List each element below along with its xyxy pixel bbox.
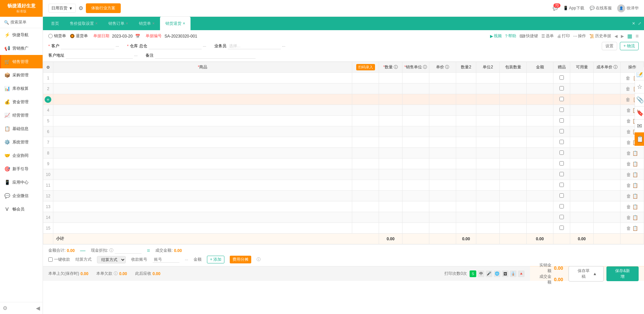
online-service[interactable]: 💬 在线客服 — [590, 5, 612, 11]
copy-row-btn[interactable]: 📋 — [632, 150, 639, 156]
scan-btn[interactable]: 扫码录入 — [356, 64, 375, 70]
next-icon[interactable]: ▶ — [621, 34, 624, 39]
delete-row-btn[interactable]: 🗑 — [625, 96, 631, 103]
product-cell-active[interactable] — [53, 94, 352, 105]
gift-checkbox[interactable] — [559, 226, 564, 230]
collapse-icon[interactable]: ◀ — [36, 305, 40, 311]
unit2-cell[interactable] — [476, 73, 500, 83]
gift-checkbox[interactable] — [559, 193, 564, 198]
sale-type-radio[interactable]: 销货单 — [48, 33, 66, 39]
copy-row-btn[interactable]: 📋 — [632, 171, 639, 178]
delete-row-btn[interactable]: 🗑 — [626, 107, 632, 114]
status-icon-5[interactable]: 🖼 — [502, 270, 508, 277]
select-order-btn[interactable]: ☰ 选单 — [541, 33, 554, 39]
qty-cell[interactable] — [379, 83, 402, 94]
copy-row-btn[interactable]: 📋 — [632, 193, 639, 199]
add-logistics-btn[interactable]: + 物流 — [620, 42, 639, 50]
delete-row-btn[interactable]: 🗑 — [626, 203, 632, 210]
tab-sale-price[interactable]: 售价提取设置 × — [64, 17, 103, 30]
print-btn[interactable]: 🖨 打印 — [557, 33, 570, 39]
packqty-cell[interactable] — [500, 94, 527, 105]
price-cell[interactable] — [429, 73, 456, 83]
amount-cell[interactable] — [527, 73, 553, 83]
status-icon-4[interactable]: 🌐 — [494, 270, 500, 277]
settings-bottom-icon[interactable]: ⚙ — [3, 305, 7, 311]
settings-btn[interactable]: 设置 — [602, 42, 617, 50]
calendar-icon[interactable]: 📅 — [135, 34, 140, 39]
unit-cell[interactable] — [402, 83, 429, 94]
status-icon-1[interactable]: S — [470, 270, 476, 277]
qty-cell[interactable] — [379, 94, 402, 105]
delete-row-btn[interactable]: 🗑 — [626, 161, 632, 167]
minus-icon[interactable]: — — [80, 248, 86, 254]
tab-home[interactable]: 首页 — [46, 17, 64, 30]
packqty-cell[interactable] — [500, 73, 527, 83]
copy-row-btn[interactable]: 📋 — [632, 203, 639, 210]
delete-row-btn[interactable]: 🗑 — [626, 182, 632, 189]
col-settings[interactable]: ⚙ — [43, 62, 53, 73]
one-click-pay-check[interactable]: 一键收款 — [48, 257, 70, 262]
qty2-cell[interactable] — [456, 83, 476, 94]
amount-cell[interactable] — [527, 83, 553, 94]
copy-row-btn[interactable]: 📋 — [632, 182, 639, 189]
tab-close-icon[interactable]: × — [126, 21, 128, 26]
status-icon-6[interactable]: 👔 — [510, 270, 517, 277]
gift-checkbox[interactable] — [559, 183, 564, 187]
delete-row-btn[interactable]: 🗑 — [625, 85, 631, 92]
customer-input[interactable] — [61, 43, 114, 49]
prev-icon[interactable]: ◀ — [614, 34, 618, 39]
settlement-select[interactable]: 结算方式 — [97, 256, 126, 263]
gift-checkbox[interactable] — [559, 161, 564, 166]
sidebar-item-enterprise[interactable]: 🤝 企业协同 — [0, 149, 43, 162]
fee-split-btn[interactable]: 费用分摊 — [230, 256, 251, 263]
tab-sales-delivery[interactable]: 销货单 × — [133, 17, 160, 30]
gift-checkbox[interactable] — [559, 86, 564, 90]
return-radio-input[interactable] — [70, 34, 74, 38]
status-icon-3[interactable]: 🎤 — [486, 270, 492, 277]
copy-row-btn[interactable]: 📋 — [632, 161, 639, 167]
copy-row-btn[interactable]: 📋 — [632, 225, 639, 232]
sidebar-item-member[interactable]: V 畅会员 — [0, 202, 43, 216]
add-fee-btn[interactable]: + 添加 — [207, 256, 224, 263]
one-click-checkbox[interactable] — [48, 257, 53, 262]
industry-select[interactable]: 日用百货 ▼ — [48, 4, 76, 13]
delete-row-btn[interactable]: 🗑 — [626, 128, 632, 135]
delete-row-btn[interactable]: 🗑 — [626, 171, 632, 178]
sidebar-search[interactable]: 🔍 搜索菜单 — [0, 17, 43, 28]
rfloat-msg-btn[interactable]: ✉ — [635, 119, 644, 132]
qty2-cell[interactable] — [456, 94, 476, 105]
tab-close-icon[interactable]: × — [183, 21, 185, 26]
sidebar-item-marketing[interactable]: 📢 营销推广 — [0, 42, 43, 55]
sidebar-item-sales[interactable]: 🛒 销售管理 — [0, 55, 43, 68]
rfloat-star-btn[interactable]: ☆ — [635, 80, 644, 93]
delete-row-btn[interactable]: 🗑 — [626, 225, 632, 232]
delete-row-btn[interactable]: 🗑 — [626, 193, 632, 199]
account-select-btn[interactable]: ··· — [185, 257, 188, 262]
save-new-btn[interactable]: 保存&新增 — [606, 266, 639, 281]
gift-checkbox[interactable] — [559, 108, 564, 112]
help-icon[interactable]: ⓘ — [109, 248, 113, 253]
status-icon-2[interactable]: 中 — [478, 270, 484, 277]
sidebar-item-inventory[interactable]: 📊 库存核算 — [0, 82, 43, 95]
sidebar-item-basic-info[interactable]: 📋 基础信息 — [0, 122, 43, 135]
sidebar-item-system[interactable]: ⚙️ 系统管理 — [0, 135, 43, 149]
unit2-cell[interactable] — [476, 83, 500, 94]
sidebar-item-app-center[interactable]: 📱 应用中心 — [0, 176, 43, 189]
price-cell[interactable] — [429, 94, 456, 105]
unit-cell[interactable] — [402, 94, 429, 105]
price-cell[interactable] — [429, 83, 456, 94]
copy-row-btn[interactable]: 📋 — [632, 214, 639, 221]
product-cell[interactable] — [53, 73, 352, 83]
message-icon[interactable]: 💬 70 — [553, 6, 558, 11]
debt-icon[interactable]: ⓘ — [114, 271, 118, 276]
return-type-radio[interactable]: 退货单 — [70, 33, 88, 39]
tab-sales-order[interactable]: 销售订单 × — [103, 17, 133, 30]
tab-close-all-icon[interactable]: ✕ — [632, 21, 635, 26]
sidebar-item-finance[interactable]: 💰 资金管理 — [0, 95, 43, 109]
user-profile[interactable]: 👤 徐泽华 — [617, 4, 639, 12]
gift-checkbox[interactable] — [559, 140, 564, 144]
gift-checkbox[interactable] — [559, 129, 564, 133]
status-icon-7[interactable]: 🔺 — [518, 270, 525, 277]
grid-view-icon[interactable]: ▦ — [627, 33, 632, 39]
tab-close-icon[interactable]: × — [95, 21, 98, 26]
